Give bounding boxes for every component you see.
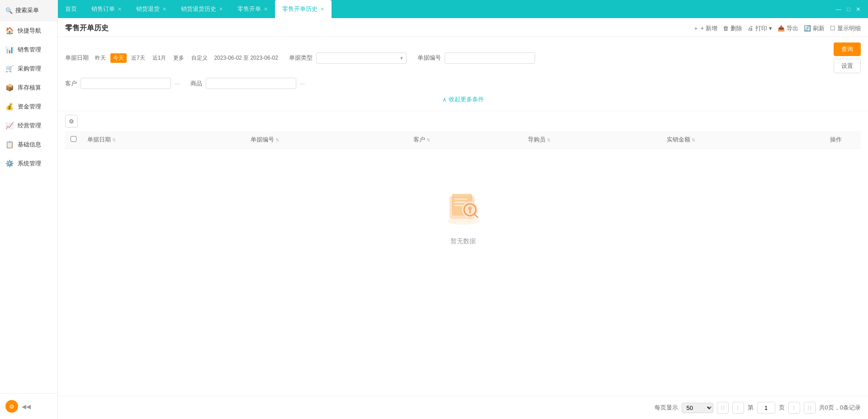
customer-ellipsis[interactable]: ··· xyxy=(175,80,180,87)
tab-retail-history[interactable]: 零售开单历史 ✕ xyxy=(275,0,332,18)
ops-icon: 📈 xyxy=(5,122,14,130)
settings-button[interactable]: ⚙ xyxy=(5,400,18,413)
tab-retail-history-close[interactable]: ✕ xyxy=(320,6,324,12)
sidebar-item-sales-mgmt[interactable]: 📊 销售管理 xyxy=(0,40,57,59)
date-label: 单据日期 xyxy=(65,54,89,62)
th-number-label: 单据编号 xyxy=(251,136,274,144)
th-date[interactable]: 单据日期 ⇅ xyxy=(82,131,245,149)
search-icon: 🔍 xyxy=(5,7,13,14)
tab-retail-history-label: 零售开单历史 xyxy=(282,5,318,13)
toolbar: ＋ + 新增 🗑 删除 🖨 打印 ▾ 📤 导出 🔄 xyxy=(693,24,861,33)
th-action-label: 操作 xyxy=(830,136,842,143)
sidebar-item-basic-info[interactable]: 📋 基础信息 xyxy=(0,135,57,154)
tab-retail-open[interactable]: 零售开单 ✕ xyxy=(230,0,275,18)
chart-icon: 📊 xyxy=(5,46,14,54)
table-settings-button[interactable]: ⚙ xyxy=(65,115,78,127)
restore-button[interactable]: □ xyxy=(847,6,850,13)
pagination-bar: 每页显示 20 50 100 ▾ ⟨⟨ ⟨ 第 1 页 ⟩ ⟩⟩ 共0页，0条记… xyxy=(58,396,868,419)
delete-button[interactable]: 🗑 删除 xyxy=(723,24,742,33)
tab-sales-return-history[interactable]: 销货退货历史 ✕ xyxy=(174,0,230,18)
svg-rect-5 xyxy=(454,205,463,206)
collapse-more-btn[interactable]: ∧ 收起更多条件 xyxy=(65,94,861,105)
display-detail-checkbox[interactable]: ☐ 显示明细 xyxy=(830,24,861,33)
goods-label: 商品 xyxy=(190,80,202,88)
select-all-checkbox[interactable] xyxy=(71,136,76,142)
collapse-icon: ∧ xyxy=(442,96,447,103)
refresh-button[interactable]: 🔄 刷新 xyxy=(804,24,825,33)
customer-input[interactable] xyxy=(81,78,171,89)
first-page-button[interactable]: ⟨⟨ xyxy=(717,402,729,414)
sidebar-search[interactable]: 🔍 搜索采单 xyxy=(0,0,57,21)
last-page-button[interactable]: ⟩⟩ xyxy=(804,402,816,414)
filter-area: 单据日期 昨天 今天 近7天 近1月 更多 自定义 2023-06-02 至 2… xyxy=(58,37,868,111)
per-page-select[interactable]: 20 50 100 xyxy=(682,403,713,413)
goods-input[interactable] xyxy=(206,78,296,89)
sidebar-item-label: 资金管理 xyxy=(18,103,41,111)
th-salesperson-label: 导购员 xyxy=(528,136,545,144)
tab-retail-open-label: 零售开单 xyxy=(237,5,261,13)
tab-sales-order-close[interactable]: ✕ xyxy=(118,6,122,12)
delete-label: 删除 xyxy=(730,24,742,33)
settings-icon: ⚙ xyxy=(9,403,14,410)
export-button[interactable]: 📤 导出 xyxy=(778,24,798,33)
sidebar-item-label: 销售管理 xyxy=(18,46,41,54)
tab-sales-order[interactable]: 销售订单 ✕ xyxy=(84,0,129,18)
th-salesperson[interactable]: 导购员 ⇅ xyxy=(522,131,661,149)
date-range-display: 2023-06-02 至 2023-06-02 xyxy=(214,54,278,62)
th-customer[interactable]: 客户 ⇅ xyxy=(408,131,522,149)
filter-row-1: 单据日期 昨天 今天 近7天 近1月 更多 自定义 2023-06-02 至 2… xyxy=(65,42,861,73)
query-button[interactable]: 查询 xyxy=(834,42,861,56)
prev-page-button[interactable]: ⟨ xyxy=(732,402,744,414)
empty-state: 暂无数据 xyxy=(65,149,861,282)
sidebar-item-sys-mgmt[interactable]: ⚙️ 系统管理 xyxy=(0,154,57,173)
sidebar-item-finance[interactable]: 💰 资金管理 xyxy=(0,97,57,116)
tab-sales-return-close[interactable]: ✕ xyxy=(162,6,166,12)
date-more-btn[interactable]: 更多 xyxy=(171,53,187,63)
sort-icon: ⇅ xyxy=(692,137,695,142)
tab-sales-return-history-label: 销货退货历史 xyxy=(181,5,216,13)
th-number[interactable]: 单据编号 ⇅ xyxy=(245,131,408,149)
total-records: 共0页，0条记录 xyxy=(819,404,861,412)
sidebar-item-quick-nav[interactable]: 🏠 快捷导航 xyxy=(0,21,57,40)
date-7days-btn[interactable]: 近7天 xyxy=(128,53,148,63)
tab-retail-open-close[interactable]: ✕ xyxy=(264,6,268,12)
next-page-button[interactable]: ⟩ xyxy=(788,402,800,414)
sidebar: 🔍 搜索采单 🏠 快捷导航 📊 销售管理 🛒 采购管理 📦 库存核算 💰 资金管… xyxy=(0,0,58,419)
print-label: 打印 xyxy=(755,24,767,33)
th-amount[interactable]: 实销金额 ⇅ xyxy=(661,131,825,149)
sidebar-item-label: 经营管理 xyxy=(18,122,41,130)
window-controls: — □ ✕ xyxy=(835,6,868,13)
tab-home[interactable]: 首页 xyxy=(58,0,84,18)
collapse-sidebar-button[interactable]: ◀◀ xyxy=(22,403,31,410)
type-select[interactable] xyxy=(316,52,407,64)
sidebar-item-operations[interactable]: 📈 经营管理 xyxy=(0,116,57,135)
sidebar-item-label: 系统管理 xyxy=(18,160,41,168)
number-input[interactable] xyxy=(445,52,535,64)
tab-sales-return-history-close[interactable]: ✕ xyxy=(219,6,223,12)
settings-cog-icon: ⚙ xyxy=(69,118,74,125)
page-content: 零售开单历史 ＋ + 新增 🗑 删除 🖨 打印 ▾ 📤 导出 xyxy=(58,18,868,419)
tab-sales-return[interactable]: 销货退货 ✕ xyxy=(129,0,174,18)
empty-illustration xyxy=(441,185,486,230)
print-button[interactable]: 🖨 打印 ▾ xyxy=(748,24,772,33)
goods-ellipsis[interactable]: ··· xyxy=(300,80,305,87)
table-area: ⚙ 单据日期 ⇅ xyxy=(58,111,868,396)
date-today-btn[interactable]: 今天 xyxy=(110,53,127,63)
sidebar-item-purchase-mgmt[interactable]: 🛒 采购管理 xyxy=(0,59,57,78)
page-number-input[interactable]: 1 xyxy=(757,402,775,414)
th-date-label: 单据日期 xyxy=(87,136,111,144)
date-1month-btn[interactable]: 近1月 xyxy=(150,53,169,63)
minimize-button[interactable]: — xyxy=(835,6,841,13)
collapse-label: 收起更多条件 xyxy=(449,95,484,104)
filter-settings-button[interactable]: 设置 xyxy=(834,59,861,73)
add-label: + 新增 xyxy=(701,24,717,33)
refresh-label: 刷新 xyxy=(813,24,825,33)
date-yesterday-btn[interactable]: 昨天 xyxy=(92,53,109,63)
arrow-left-icon: ◀◀ xyxy=(22,403,31,410)
close-button[interactable]: ✕ xyxy=(856,6,861,13)
date-custom-btn[interactable]: 自定义 xyxy=(189,53,210,63)
per-page-select-wrapper: 20 50 100 ▾ xyxy=(682,403,713,413)
sidebar-item-inventory[interactable]: 📦 库存核算 xyxy=(0,78,57,97)
export-icon: 📤 xyxy=(778,25,785,32)
add-button[interactable]: ＋ + 新增 xyxy=(693,24,717,33)
